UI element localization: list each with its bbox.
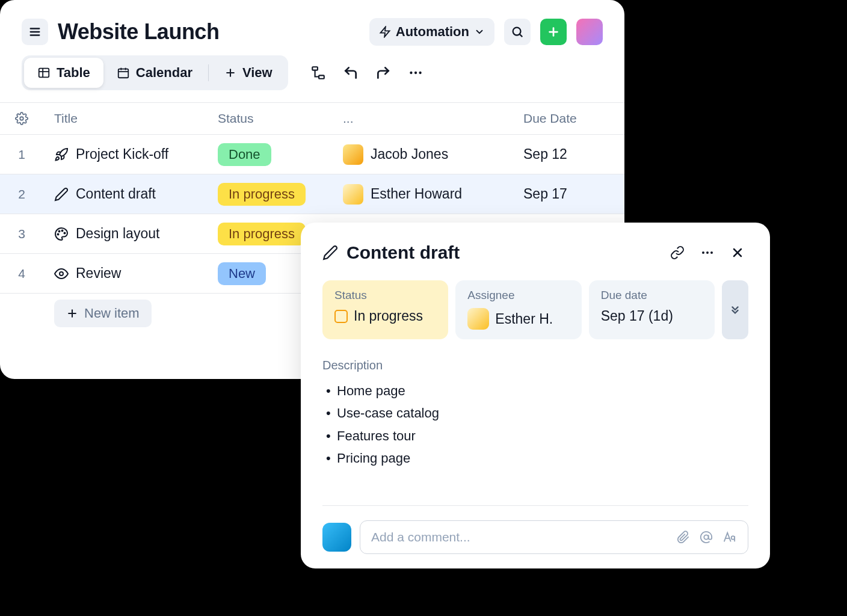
tabs-row: Table Calendar View (0, 55, 624, 102)
svg-point-4 (513, 28, 521, 35)
more-button[interactable] (697, 242, 718, 263)
detail-header: Content draft (322, 242, 748, 263)
toolbar (307, 62, 427, 84)
tab-calendar[interactable]: Calendar (103, 58, 206, 88)
automation-button[interactable]: Automation (369, 18, 494, 46)
board-header: Website Launch Automation (0, 0, 624, 55)
attachment-button[interactable] (676, 529, 691, 545)
close-icon (730, 245, 745, 260)
gear-icon (15, 112, 28, 125)
formatting-button[interactable] (721, 529, 737, 545)
row-number: 2 (0, 187, 43, 202)
chevron-double-down-icon (728, 303, 742, 316)
assignee-property[interactable]: Assignee Esther H. (455, 280, 581, 339)
tab-calendar-label: Calendar (136, 65, 192, 81)
settings-column[interactable] (0, 112, 43, 125)
description-item: Features tour (337, 425, 748, 447)
svg-rect-11 (119, 69, 129, 78)
comment-input[interactable] (371, 530, 668, 544)
status-badge[interactable]: In progress (218, 223, 306, 245)
svg-line-5 (520, 34, 522, 37)
svg-point-31 (706, 251, 709, 254)
status-badge[interactable]: Done (218, 143, 271, 166)
svg-point-35 (704, 535, 708, 539)
description-item: Use-case catalog (337, 402, 748, 424)
status-checkbox[interactable] (334, 310, 348, 323)
status-badge[interactable]: New (218, 262, 266, 285)
svg-point-25 (59, 230, 60, 232)
hamburger-icon (28, 25, 42, 38)
table-row[interactable]: 2Content draftIn progressEsther HowardSe… (0, 174, 624, 214)
comment-input-wrapper[interactable] (360, 520, 748, 554)
new-item-label: New item (84, 306, 140, 321)
column-due-date[interactable]: Due Date (523, 111, 624, 126)
row-status: Done (218, 143, 343, 166)
calendar-icon (117, 66, 130, 79)
row-title: Content draft (43, 186, 218, 202)
row-due-date: Sep 12 (523, 146, 624, 162)
commenter-avatar[interactable] (322, 523, 351, 552)
svg-point-21 (419, 72, 421, 74)
svg-point-22 (20, 117, 23, 120)
assignee-label: Assignee (467, 289, 569, 302)
row-status: In progress (218, 183, 343, 206)
search-icon (511, 25, 524, 38)
column-assignee[interactable]: ... (343, 111, 523, 126)
column-title[interactable]: Title (43, 111, 218, 126)
tab-table[interactable]: Table (24, 58, 103, 88)
link-button[interactable] (667, 242, 688, 263)
description-list[interactable]: Home pageUse-case catalogFeatures tourPr… (322, 380, 748, 470)
rocket-icon (54, 147, 69, 162)
menu-button[interactable] (22, 19, 48, 45)
more-icon (408, 65, 424, 81)
svg-rect-17 (312, 67, 318, 70)
table-row[interactable]: 1Project Kick-offDoneJacob JonesSep 12 (0, 135, 624, 174)
svg-point-30 (702, 251, 704, 254)
add-button[interactable] (540, 19, 567, 45)
due-date-value: Sep 17 (1d) (601, 308, 673, 324)
status-property[interactable]: Status In progress (322, 280, 448, 339)
expand-properties-button[interactable] (722, 280, 748, 339)
assignee-name: Jacob Jones (371, 146, 448, 162)
more-icon (700, 245, 715, 260)
board-title[interactable]: Website Launch (58, 19, 360, 45)
tab-add-view-label: View (242, 65, 273, 81)
tabs-group: Table Calendar View (22, 55, 288, 90)
structure-icon (310, 65, 326, 81)
tab-add-view[interactable]: View (211, 58, 286, 88)
svg-point-20 (414, 72, 417, 74)
assignee-avatar (343, 144, 363, 165)
assignee-value: Esther H. (495, 311, 553, 327)
due-date-property[interactable]: Due date Sep 17 (1d) (589, 280, 715, 339)
mention-button[interactable] (698, 529, 714, 545)
more-button[interactable] (405, 62, 427, 84)
row-assignee: Esther Howard (343, 184, 523, 205)
undo-button[interactable] (340, 62, 362, 84)
user-avatar[interactable] (576, 19, 603, 45)
plus-icon (224, 67, 236, 79)
text-format-icon (722, 531, 736, 544)
column-status[interactable]: Status (218, 111, 343, 126)
svg-point-19 (410, 72, 412, 74)
row-title: Project Kick-off (43, 146, 218, 162)
structure-button[interactable] (307, 62, 329, 84)
close-button[interactable] (727, 242, 748, 263)
svg-point-23 (62, 230, 63, 231)
plus-icon (66, 307, 78, 319)
status-badge[interactable]: In progress (218, 183, 306, 206)
tab-table-label: Table (57, 65, 90, 81)
row-due-date: Sep 17 (523, 186, 624, 202)
search-button[interactable] (504, 19, 531, 45)
new-item-button[interactable]: New item (54, 300, 152, 327)
assignee-avatar (467, 308, 489, 330)
description-item: Home page (337, 380, 748, 402)
svg-point-32 (710, 251, 713, 254)
redo-button[interactable] (372, 62, 394, 84)
detail-panel: Content draft Status In progress Assigne… (301, 223, 770, 568)
row-number: 4 (0, 266, 43, 281)
chevron-down-icon (474, 26, 485, 37)
table-icon (37, 66, 51, 79)
detail-title[interactable]: Content draft (322, 242, 658, 263)
pencil-icon (322, 245, 338, 260)
status-value: In progress (354, 308, 423, 324)
